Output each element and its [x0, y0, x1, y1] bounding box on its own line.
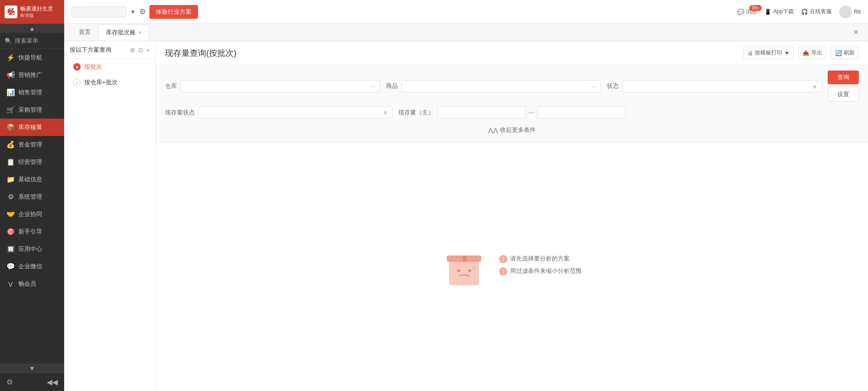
sidebar-scroll-up[interactable]: ▲ [0, 24, 64, 33]
sidebar-item-marketing[interactable]: 📢 营销推广 [0, 66, 64, 84]
plan-active-indicator: ● [73, 63, 81, 71]
stock-status-select[interactable]: ∨ [198, 106, 393, 119]
refresh-button[interactable]: 🔄 刷新 [831, 47, 859, 59]
empty-hint-1: 1 请先选择要分析的方案 [499, 255, 582, 263]
tab-home[interactable]: 首页 [71, 24, 98, 41]
topbar-dropdown-btn[interactable]: ▼ [130, 9, 136, 15]
topbar-search-input[interactable] [71, 6, 126, 17]
user-avatar [839, 5, 852, 18]
topbar-right: 💬 消息 99+ 📱 App下载 🎧 在线客服 Rit [737, 5, 861, 18]
sidebar-item-wechat[interactable]: 💬 企业微信 [0, 258, 64, 275]
sidebar-item-system[interactable]: ⚙ 系统管理 [0, 188, 64, 206]
app-center-icon: 🔲 [6, 245, 15, 253]
page-header: 现存量查询(按批次) 🖨 按模板打印 ▼ 📤 导出 🔄 刷新 [156, 41, 868, 65]
plan-inactive-indicator: ○ [73, 79, 81, 86]
sidebar-item-quick-nav[interactable]: ⚡ 快捷导航 [0, 49, 64, 66]
hint-num-1: 1 [499, 255, 507, 263]
print-dropdown-icon[interactable]: ▼ [784, 50, 790, 56]
status-select[interactable]: ∨ [622, 80, 822, 92]
sidebar-scroll-down[interactable]: ▼ [0, 364, 64, 373]
sidebar-item-finance[interactable]: 💰 资金管理 [0, 136, 64, 153]
experience-button[interactable]: 体验行业方案 [149, 5, 198, 19]
inventory-icon: 📦 [6, 123, 15, 131]
app-download-label: App下载 [773, 8, 794, 16]
sidebar-item-inventory[interactable]: 📦 库存核算 [0, 119, 64, 136]
empty-hint-2: 2 用过滤条件来缩小分析范围 [499, 267, 582, 276]
marketing-icon: 📢 [6, 71, 15, 79]
content-area: 按以下方案查询 ⊕ ⊙ « ● 按批次 ○ 按仓库+批次 现存量查询(按批次) [64, 41, 868, 391]
plan-item-by-warehouse-batch[interactable]: ○ 按仓库+批次 [64, 75, 155, 90]
plan-item-by-batch[interactable]: ● 按批次 [64, 59, 155, 75]
svg-rect-2 [463, 255, 467, 262]
business-icon: 📋 [6, 158, 15, 166]
purchase-label: 采购管理 [18, 106, 42, 114]
sidebar-item-basic[interactable]: 📁 基础信息 [0, 171, 64, 188]
app-center-label: 应用中心 [18, 245, 42, 253]
user-item[interactable]: Rit [839, 5, 861, 18]
query-button[interactable]: 查询 [828, 71, 859, 84]
add-plan-icon[interactable]: ⊕ [130, 46, 135, 54]
enterprise-icon: 🤝 [6, 210, 15, 218]
left-panel: 按以下方案查询 ⊕ ⊙ « ● 按批次 ○ 按仓库+批次 [64, 41, 156, 391]
search-icon: 🔍 [5, 38, 12, 44]
topbar-gear-icon[interactable]: ⚙ [139, 7, 146, 16]
stock-qty-separator: — [529, 109, 535, 116]
online-service-item[interactable]: 🎧 在线客服 [801, 8, 832, 16]
vip-label: 畅会员 [18, 280, 36, 288]
user-name: Rit [854, 9, 861, 15]
goods-input[interactable]: ··· [401, 80, 601, 92]
collapse-left-panel-icon[interactable]: « [146, 46, 150, 54]
message-icon: 💬 [737, 9, 744, 15]
refresh-icon: 🔄 [835, 50, 842, 56]
stock-status-label: 现存量状态 [165, 109, 195, 117]
sidebar-item-enterprise[interactable]: 🤝 企业协同 [0, 206, 64, 223]
print-template-button[interactable]: 🖨 按模板打印 ▼ [743, 47, 794, 59]
close-all-tabs-icon[interactable]: ✕ [851, 26, 861, 38]
warehouse-more-icon[interactable]: ··· [370, 83, 375, 90]
finance-icon: 💰 [6, 141, 15, 149]
hint-text-2: 用过滤条件来缩小分析范围 [510, 267, 582, 275]
message-badge: 99+ [749, 5, 762, 11]
svg-rect-0 [449, 260, 479, 285]
goods-more-icon[interactable]: ··· [591, 83, 596, 90]
tab-inventory-batch[interactable]: 库存批次账 × [98, 24, 149, 41]
print-icon: 🖨 [747, 50, 753, 56]
export-button[interactable]: 📤 导出 [798, 47, 826, 59]
tab-close-icon[interactable]: × [138, 29, 142, 36]
message-icon-item[interactable]: 💬 消息 99+ [737, 8, 757, 16]
collapse-more-btn[interactable]: ⋀⋀ 收起更多条件 [165, 123, 859, 137]
collapse-sidebar-icon[interactable]: ◀◀ [47, 378, 58, 386]
stock-qty-min-input[interactable] [438, 106, 526, 119]
filter-area: 仓库 ··· 商品 ··· 状态 [156, 65, 868, 143]
sidebar: 畅 畅康通好生意 标准版 ▲ 🔍 搜索菜单 ⚡ 快捷导航 📢 营销推广 📊 销售… [0, 0, 64, 391]
plan-by-warehouse-batch-label: 按仓库+批次 [84, 78, 118, 87]
sidebar-item-purchase[interactable]: 🛒 采购管理 [0, 101, 64, 119]
hint-num-2: 2 [499, 267, 507, 276]
quick-nav-label: 快捷导航 [18, 54, 42, 62]
mobile-icon: 📱 [764, 9, 771, 15]
sidebar-item-vip[interactable]: V 畅会员 [0, 275, 64, 293]
settings-button[interactable]: 设置 [828, 87, 859, 102]
warehouse-input[interactable]: ··· [181, 80, 380, 92]
goods-label: 商品 [386, 82, 398, 90]
sidebar-nav: ⚡ 快捷导航 📢 营销推广 📊 销售管理 🛒 采购管理 📦 库存核算 💰 资金管… [0, 49, 64, 364]
settings-plan-icon[interactable]: ⊙ [138, 46, 143, 54]
stock-qty-max-input[interactable] [538, 106, 626, 119]
refresh-label: 刷新 [844, 49, 855, 57]
settings-icon[interactable]: ⚙ [6, 378, 13, 386]
topbar: ▼ ⚙ 体验行业方案 💬 消息 99+ 📱 App下载 🎧 在线客服 Rit [64, 0, 868, 24]
export-icon: 📤 [802, 50, 809, 56]
sidebar-item-business[interactable]: 📋 经营管理 [0, 153, 64, 171]
inventory-label: 库存核算 [18, 123, 42, 131]
sidebar-search[interactable]: 🔍 搜索菜单 [0, 33, 64, 49]
app-download-item[interactable]: 📱 App下载 [764, 8, 794, 16]
quick-nav-icon: ⚡ [6, 54, 15, 62]
sidebar-item-app-center[interactable]: 🔲 应用中心 [0, 240, 64, 258]
stock-qty-label: 现存量（主） [398, 109, 434, 117]
sidebar-item-sales[interactable]: 📊 销售管理 [0, 84, 64, 101]
tab-inventory-batch-label: 库存批次账 [106, 28, 136, 37]
status-field: 状态 ∨ [607, 80, 822, 92]
hint-text-1: 请先选择要分析的方案 [510, 255, 570, 263]
sidebar-item-newbie[interactable]: 🎯 新手引导 [0, 223, 64, 240]
search-label: 搜索菜单 [15, 37, 38, 45]
